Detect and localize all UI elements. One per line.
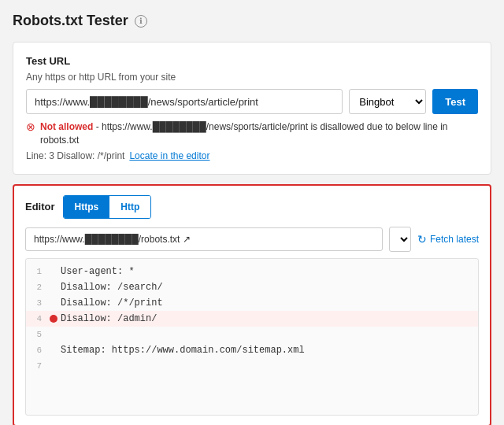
locate-link[interactable]: Locate in the editor [129, 150, 209, 161]
line-content: User-agent: * [59, 266, 478, 277]
line-number: 4 [26, 314, 48, 323]
test-url-card: Test URL Any https or http URL from your… [13, 42, 491, 175]
code-line: 4Disallow: /admin/ [26, 311, 478, 327]
url-input[interactable] [26, 89, 343, 114]
code-line: 7 [26, 358, 478, 374]
test-button[interactable]: Test [432, 89, 478, 114]
code-line: 5 [26, 327, 478, 342]
line-number: 2 [26, 283, 48, 292]
code-line: 2Disallow: /search/ [26, 279, 478, 295]
test-url-label: Test URL [26, 55, 478, 67]
line-number: 3 [26, 298, 48, 308]
not-allowed-label: Not allowed [40, 121, 93, 132]
editor-url-dropdown[interactable] [389, 227, 411, 252]
result-text: Not allowed - https://www.████████/news/… [40, 120, 478, 147]
line-number: 7 [26, 361, 48, 371]
fetch-label: Fetch latest [430, 234, 479, 245]
line-detail: Line: 3 Disallow: /*/print [26, 150, 124, 161]
code-line: 1User-agent: * [26, 264, 478, 279]
editor-url-input[interactable] [25, 227, 383, 251]
tab-http[interactable]: Http [109, 196, 150, 218]
refresh-icon: ↻ [417, 233, 427, 246]
fetch-latest-button[interactable]: ↻ Fetch latest [417, 227, 479, 251]
editor-card: Editor Https Http ↻ Fetch latest 1User-a… [13, 184, 491, 425]
line-indicator [48, 315, 59, 323]
bot-select[interactable]: Bingbot Googlebot AdsBot Custom [349, 89, 426, 114]
not-allowed-icon: ⊗ [26, 120, 35, 134]
test-url-sublabel: Any https or http URL from your site [26, 72, 478, 83]
error-dot-icon [50, 315, 57, 323]
line-content: Disallow: /admin/ [59, 313, 478, 324]
line-number: 1 [26, 267, 48, 276]
line-number: 6 [26, 346, 48, 355]
info-icon[interactable]: ℹ [135, 15, 147, 28]
line-content: Disallow: /*/print [59, 298, 478, 309]
line-content: Disallow: /search/ [59, 282, 478, 293]
code-line: 3Disallow: /*/print [26, 295, 478, 311]
line-number: 5 [26, 330, 48, 339]
tab-group: Https Http [63, 195, 152, 219]
page-title: Robots.txt Tester [13, 13, 128, 29]
line-content: Sitemap: https://www.domain.com/sitemap.… [59, 345, 478, 356]
editor-label: Editor [25, 201, 55, 213]
line-info: Line: 3 Disallow: /*/print Locate in the… [26, 150, 478, 161]
code-lines: 1User-agent: *2Disallow: /search/3Disall… [26, 259, 478, 379]
code-editor[interactable]: 1User-agent: *2Disallow: /search/3Disall… [25, 258, 479, 416]
code-line: 6Sitemap: https://www.domain.com/sitemap… [26, 342, 478, 358]
tab-https[interactable]: Https [64, 196, 110, 218]
result-message: - https://www.████████/news/sports/artic… [40, 121, 448, 146]
